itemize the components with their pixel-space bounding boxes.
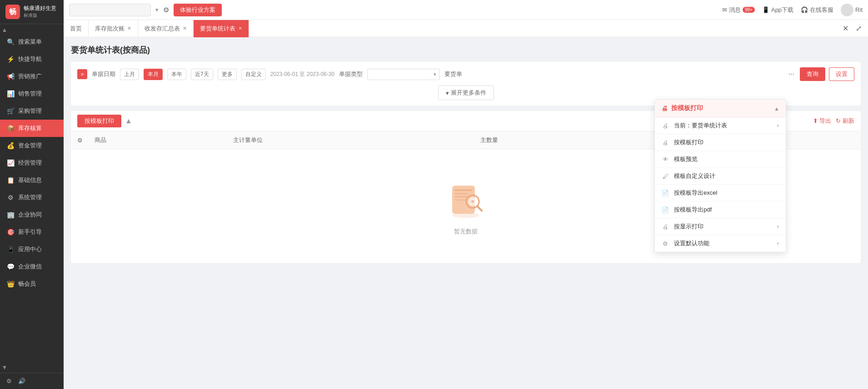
sidebar-item-finance[interactable]: 💰 资金管理 xyxy=(0,137,64,154)
more-options-btn[interactable]: ··· xyxy=(787,70,796,78)
sidebar-item-enterprise[interactable]: 🏢 企业协同 xyxy=(0,206,64,223)
refresh-icon: ↻ xyxy=(836,117,841,124)
sidebar-item-search[interactable]: 🔍 搜索菜单 xyxy=(0,33,64,51)
date-btn-this-year[interactable]: 本年 xyxy=(167,69,186,80)
order-type-select-wrapper xyxy=(367,69,440,80)
topbar-right: ✉ 消息 99+ 📱 App下载 🎧 在线客服 Rit xyxy=(722,4,863,16)
sidebar-scroll-down[interactable]: ▼ xyxy=(0,364,9,373)
empty-text: 暂无数据 xyxy=(454,227,478,236)
user-name: Rit xyxy=(855,6,863,13)
date-filter-label: 单据日期 xyxy=(92,70,115,78)
sidebar-item-member[interactable]: 👑 畅会员 xyxy=(0,275,64,293)
print-header-icon: 🖨 xyxy=(661,105,668,112)
date-btn-last-month[interactable]: 上月 xyxy=(120,69,139,80)
tab-batch-account-label: 库存批次账 xyxy=(95,25,125,33)
sidebar-item-label: 应用中心 xyxy=(18,245,42,253)
settings-btn[interactable]: 设置 xyxy=(829,67,854,81)
dropdown-display-print[interactable]: 🖨 按显示打印 ▾ xyxy=(655,218,786,235)
date-btn-more[interactable]: 更多 xyxy=(218,69,237,80)
export-excel-label: 按模板导出excel xyxy=(674,189,717,197)
user-avatar-btn[interactable]: Rit xyxy=(841,4,863,16)
date-btn-this-month[interactable]: 本月 xyxy=(144,69,163,80)
template-arrow-icon: ▾ xyxy=(777,123,779,129)
search-icon: 🔍 xyxy=(6,38,15,45)
print-chevron-icon[interactable]: ▲ xyxy=(125,117,132,125)
expand-more-btn[interactable]: ▾ 展开更多条件 xyxy=(438,86,494,100)
tab-batch-account[interactable]: 库存批次账 ✕ xyxy=(89,20,138,37)
sidebar-item-label: 新手引导 xyxy=(18,228,42,236)
topbar-gear-icon[interactable]: ⚙ xyxy=(163,6,169,14)
window-maximize-btn[interactable]: ⤢ xyxy=(853,23,864,34)
sidebar-item-wechat[interactable]: 💬 企业微信 xyxy=(0,258,64,275)
newbie-icon: 🎯 xyxy=(6,228,15,236)
chevron-up-icon: ▲ xyxy=(774,106,779,112)
dropdown-export-pdf[interactable]: 📄 按模板导出pdf xyxy=(655,202,786,218)
sidebar-item-quick-nav[interactable]: ⚡ 快捷导航 xyxy=(0,51,64,68)
dropdown-template-custom[interactable]: 🖊 模板自定义设计 xyxy=(655,168,786,185)
quick-nav-icon: ⚡ xyxy=(6,56,15,63)
settings-bottom-icon[interactable]: ⚙ xyxy=(6,378,12,384)
set-default-icon: ⚙ xyxy=(661,240,669,247)
messages-btn[interactable]: ✉ 消息 99+ xyxy=(722,6,755,14)
sidebar-item-operation[interactable]: 📈 经营管理 xyxy=(0,154,64,172)
trial-btn[interactable]: 体验行业方案 xyxy=(174,4,222,16)
export-pdf-label: 按模板导出pdf xyxy=(674,206,712,214)
sidebar-scroll-up[interactable]: ▲ xyxy=(0,24,9,33)
sidebar-item-system[interactable]: ⚙ 系统管理 xyxy=(0,189,64,206)
sidebar-item-newbie[interactable]: 🎯 新手引导 xyxy=(0,223,64,241)
tab-order-close[interactable]: ✕ xyxy=(238,25,242,31)
sidebar-item-label: 库存核算 xyxy=(18,124,42,132)
sales-icon: 📊 xyxy=(6,90,15,97)
template-print-label: 按模板打印 xyxy=(674,138,703,147)
dropdown-current-template[interactable]: 🖨 当前：要货单统计表 ▾ xyxy=(655,117,786,134)
col-settings[interactable]: ⚙ xyxy=(71,131,89,149)
set-default-arrow: ▾ xyxy=(777,241,779,247)
query-btn[interactable]: 查询 xyxy=(800,67,825,81)
window-close-btn[interactable]: ✕ xyxy=(840,23,851,34)
volume-bottom-icon[interactable]: 🔊 xyxy=(18,378,25,384)
tab-collection-close[interactable]: ✕ xyxy=(183,25,187,31)
logo-icon: 畅 xyxy=(5,5,20,19)
finance-icon: 💰 xyxy=(6,142,15,149)
sidebar-item-purchase[interactable]: 🛒 采购管理 xyxy=(0,102,64,120)
print-template-btn[interactable]: 按模板打印 xyxy=(77,115,121,127)
avatar xyxy=(841,4,853,16)
tab-order-summary[interactable]: 要货单统计表 ✕ xyxy=(194,20,249,37)
sidebar-item-sales[interactable]: 📊 销售管理 xyxy=(0,85,64,102)
main-content: ▾ ⚙ 体验行业方案 ✉ 消息 99+ 📱 App下载 🎧 在线客服 Rit xyxy=(64,0,868,389)
dropdown-header[interactable]: 🖨 按模板打印 ▲ xyxy=(655,100,786,117)
export-btn[interactable]: ⬆ 导出 xyxy=(813,117,832,125)
operation-icon: 📈 xyxy=(6,159,15,167)
order-type-select[interactable] xyxy=(367,69,440,80)
search-chevron-icon[interactable]: ▾ xyxy=(155,6,159,13)
template-preview-label: 模板预览 xyxy=(674,155,698,163)
dropdown-template-print[interactable]: 🖨 按模板打印 xyxy=(655,134,786,151)
date-btn-custom[interactable]: 自定义 xyxy=(241,69,266,80)
app-download-btn[interactable]: 📱 App下载 xyxy=(762,6,793,14)
tab-batch-account-close[interactable]: ✕ xyxy=(127,25,131,31)
print-dropdown-menu: 🖨 按模板打印 ▲ 🖨 当前：要货单统计表 ▾ 🖨 按模板打印 xyxy=(654,99,786,253)
online-service-btn[interactable]: 🎧 在线客服 xyxy=(801,6,833,14)
app-download-label: App下载 xyxy=(771,6,793,14)
search-input[interactable] xyxy=(69,4,151,16)
tab-home[interactable]: 首页 xyxy=(64,20,89,37)
sidebar-item-appcenter[interactable]: 📱 应用中心 xyxy=(0,241,64,258)
date-btn-7days[interactable]: 近7天 xyxy=(191,69,213,80)
sidebar-item-basic[interactable]: 📋 基础信息 xyxy=(0,172,64,189)
phone-icon: 📱 xyxy=(762,6,769,13)
dropdown-set-default[interactable]: ⚙ 设置默认功能 ▾ xyxy=(655,235,786,252)
export-icon: ⬆ xyxy=(813,117,818,124)
dropdown-template-preview[interactable]: 👁 模板预览 xyxy=(655,151,786,168)
sidebar-item-label: 销售管理 xyxy=(18,90,42,98)
set-default-label: 设置默认功能 xyxy=(674,239,709,248)
member-icon: 👑 xyxy=(6,280,15,288)
topbar: ▾ ⚙ 体验行业方案 ✉ 消息 99+ 📱 App下载 🎧 在线客服 Rit xyxy=(64,0,868,20)
svg-line-8 xyxy=(477,206,482,211)
refresh-btn[interactable]: ↻ 刷新 xyxy=(836,117,854,125)
filter-expand-btn[interactable]: » xyxy=(77,69,87,79)
sidebar-item-inventory[interactable]: 📦 库存核算 xyxy=(0,120,64,137)
tab-collection-summary[interactable]: 收发存汇总表 ✕ xyxy=(138,20,194,37)
dropdown-export-excel[interactable]: 📄 按模板导出excel xyxy=(655,185,786,202)
col-quantity: 主数量 xyxy=(475,131,650,149)
sidebar-item-marketing[interactable]: 📢 营销推广 xyxy=(0,68,64,85)
